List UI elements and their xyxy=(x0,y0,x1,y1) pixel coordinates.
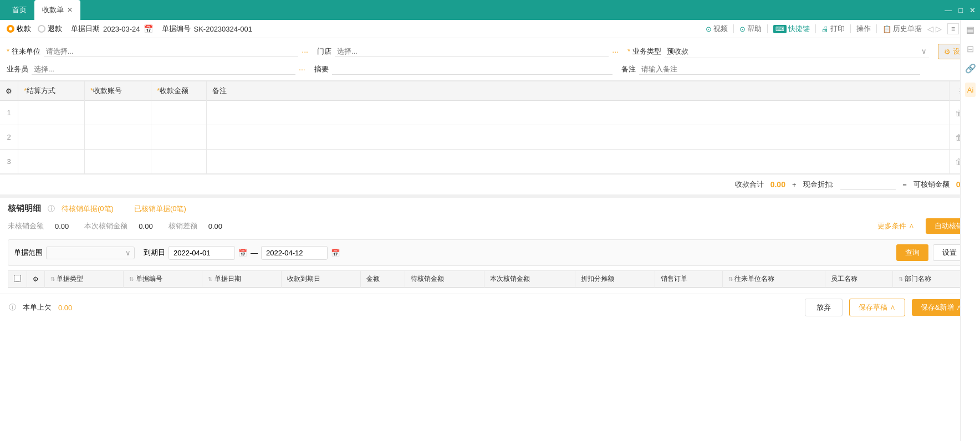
amount-1[interactable] xyxy=(151,101,207,125)
help-action[interactable]: ⊙ 帮助 xyxy=(739,24,762,34)
done-tab[interactable]: 已核销单据(0笔) xyxy=(134,204,186,214)
more-conditions-btn[interactable]: 更多条件 ∧ xyxy=(877,221,915,231)
range-select[interactable]: ∨ xyxy=(46,247,135,259)
tab-receipt-label: 收款单 xyxy=(42,5,64,15)
account-2[interactable] xyxy=(85,125,151,150)
account-3[interactable] xyxy=(85,150,151,174)
amount-2[interactable] xyxy=(151,125,207,150)
verify-info-icon[interactable]: ⓘ xyxy=(48,204,55,214)
th-current: 本次核销金额 xyxy=(484,271,575,288)
note-1[interactable] xyxy=(207,101,950,125)
prev-arrow[interactable]: ◁ xyxy=(927,24,933,33)
salesperson-label: 业务员 xyxy=(7,64,28,74)
th-doc-num: ⇅ 单据编号 xyxy=(124,271,202,288)
partner-more-icon[interactable]: ··· xyxy=(302,47,308,56)
form-area: * 往来单位 ··· 门店 ··· * 业务类型 预收款 ∨ ⚙ 设置 xyxy=(0,38,980,81)
totals-label3: 可核销金额 xyxy=(913,180,950,189)
number-label: 单据编号 xyxy=(162,24,191,34)
business-type-select[interactable]: 预收款 ∨ xyxy=(665,45,929,58)
receipt-radio[interactable]: 收款 xyxy=(7,24,31,34)
settlement-3[interactable] xyxy=(18,150,85,174)
select-all-checkbox[interactable] xyxy=(14,275,21,282)
th-sales-order: 销售订单 xyxy=(655,271,722,288)
note-2[interactable] xyxy=(207,125,950,150)
th-employee: 员工名称 xyxy=(825,271,892,288)
th-doc-type: ⇅ 单据类型 xyxy=(45,271,124,288)
tab-bar: 首页 收款单 ✕ — □ ✕ xyxy=(0,0,980,20)
shortcut-action[interactable]: ⌨ 快捷键 xyxy=(773,24,810,34)
verify-form-right: 查询 设置 xyxy=(896,244,966,261)
table-row: 3 🗑 ⊕ xyxy=(0,150,980,174)
minimize-button[interactable]: — xyxy=(945,6,952,14)
settings-col-header[interactable]: ⚙ xyxy=(0,81,18,101)
maximize-button[interactable]: □ xyxy=(958,6,963,14)
store-input[interactable] xyxy=(335,46,609,57)
discount-input[interactable] xyxy=(840,179,896,190)
store-more-icon[interactable]: ··· xyxy=(612,47,619,56)
next-arrow[interactable]: ▷ xyxy=(936,24,942,33)
date-value: 2023-03-24 xyxy=(103,25,140,33)
sidebar-ai-icon[interactable]: Ai xyxy=(965,83,976,97)
note-3[interactable] xyxy=(207,150,950,174)
gear-icon: ⚙ xyxy=(944,48,951,56)
date-from-input[interactable] xyxy=(169,246,235,260)
print-label: 打印 xyxy=(830,24,845,34)
discard-button[interactable]: 放弃 xyxy=(805,299,843,316)
sidebar-list-icon[interactable]: ⊟ xyxy=(967,44,974,54)
settlement-1[interactable] xyxy=(18,101,85,125)
th-doc-date: ⇅ 单据日期 xyxy=(202,271,281,288)
divider3 xyxy=(815,24,816,33)
date-to-input[interactable] xyxy=(261,246,328,260)
bottom-info-label: 本单上欠 xyxy=(23,302,52,312)
account-1[interactable] xyxy=(85,101,151,125)
summary-input[interactable] xyxy=(332,64,613,75)
sidebar-link-icon[interactable]: 🔗 xyxy=(965,63,976,74)
row-num-2: 2 xyxy=(0,125,18,150)
tab-home[interactable]: 首页 xyxy=(4,0,34,20)
th-settings[interactable]: ⚙ xyxy=(27,271,45,288)
note-input[interactable] xyxy=(639,64,920,75)
tab-receipt[interactable]: 收款单 ✕ xyxy=(34,0,80,20)
close-button[interactable]: ✕ xyxy=(969,6,976,14)
cal-icon-to[interactable]: 📅 xyxy=(331,249,340,257)
verify-form-row: 单据范围 ∨ 到期日 📅 — 📅 查询 设置 xyxy=(8,239,972,266)
operation-action[interactable]: 操作 xyxy=(856,24,871,34)
print-action[interactable]: 🖨 打印 xyxy=(821,24,845,34)
tab-close-icon[interactable]: ✕ xyxy=(67,6,73,14)
sidebar-table-icon[interactable]: ▤ xyxy=(966,24,974,35)
date-field: 单据日期 2023-03-24 📅 xyxy=(71,24,153,34)
save-draft-button[interactable]: 保存草稿 ∧ xyxy=(849,299,905,316)
bottom-table: ⚙ ⇅ 单据类型 ⇅ 单据编号 ⇅ 单据日期 收款到期日 金额 待核销金额 本次… xyxy=(8,271,972,288)
settlement-2[interactable] xyxy=(18,125,85,150)
cal-icon-from[interactable]: 📅 xyxy=(238,249,247,257)
salesperson-input[interactable] xyxy=(32,64,295,75)
salesperson-more-icon[interactable]: ··· xyxy=(299,65,305,74)
shortcut-label: 快捷键 xyxy=(788,24,810,34)
video-icon: ⊙ xyxy=(706,25,712,33)
totals-row: 收款合计 0.00 + 现金折扣: = 可核销金额 0.00 xyxy=(0,174,980,194)
list-view-btn[interactable]: ≡ xyxy=(947,23,959,34)
refund-radio[interactable]: 退款 xyxy=(38,24,62,34)
toolbar-actions: ⊙ 视频 ⊙ 帮助 ⌨ 快捷键 🖨 打印 操作 xyxy=(706,23,973,34)
receipt-table: ⚙ *结算方式 *收款账号 *收款金额 备注 操作 1 xyxy=(0,81,980,174)
verify-tab-sep xyxy=(120,204,127,214)
pending-tab[interactable]: 待核销单据(0笔) xyxy=(62,204,114,214)
unchecked-label: 未核销金额 xyxy=(8,221,44,231)
history-action[interactable]: 📋 历史单据 xyxy=(882,24,922,34)
range-arrow: ∨ xyxy=(125,249,131,257)
verify-header: 核销明细 ⓘ 待核销单据(0笔) 已核销单据(0笔) xyxy=(8,203,972,214)
calendar-icon[interactable]: 📅 xyxy=(144,24,153,33)
save-draft-label: 保存草稿 ∧ xyxy=(859,302,896,312)
partner-input[interactable] xyxy=(44,46,299,57)
totals-equals: = xyxy=(902,181,907,189)
business-type-arrow: ∨ xyxy=(921,47,927,55)
video-action[interactable]: ⊙ 视频 xyxy=(706,24,728,34)
summary-field: 摘要 xyxy=(314,64,613,75)
table-row: 1 🗑 ⊕ xyxy=(0,101,980,125)
note-field: 备注 xyxy=(621,64,920,75)
query-button[interactable]: 查询 xyxy=(896,244,928,261)
date-label: 单据日期 xyxy=(71,24,100,34)
history-icon: 📋 xyxy=(882,25,891,33)
tab-home-label: 首页 xyxy=(12,5,27,15)
amount-3[interactable] xyxy=(151,150,207,174)
